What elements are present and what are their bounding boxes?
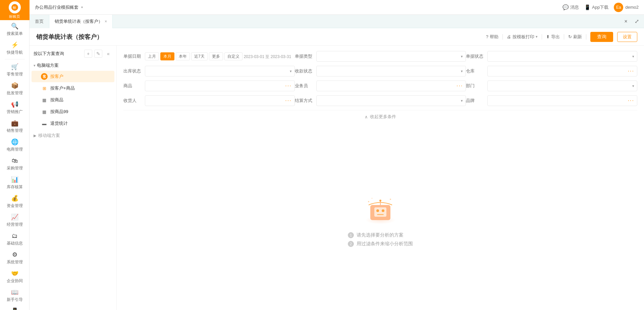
salesperson-label: 业务员 — [295, 83, 314, 89]
empty-illustration — [360, 187, 400, 227]
settlement-select[interactable]: ▾ — [316, 95, 466, 106]
sidebar-item-label: 采购管理 — [7, 165, 23, 171]
finance-icon: 💰 — [11, 195, 18, 202]
receiver-label: 收货人 — [123, 98, 142, 104]
enterprise-icon: 🤝 — [11, 270, 18, 277]
content-area: 销货单统计表（按客户） ? 帮助 🖨 按模板打印 ▾ ⬆ 导出 — [30, 28, 644, 310]
export-button[interactable]: ⬆ 导出 — [546, 34, 560, 40]
department-select[interactable]: ▾ — [487, 81, 637, 91]
app-center-icon: 📱 — [11, 307, 18, 310]
tab-active[interactable]: 销货单统计表（按客户） × — [49, 15, 113, 28]
goods-select[interactable]: ··· — [145, 81, 295, 91]
settings-button[interactable]: 设置 — [617, 32, 637, 42]
message-button[interactable]: 💬 消息 — [562, 4, 579, 10]
warehouse-select[interactable]: ··· — [487, 66, 637, 76]
tab-close-icon[interactable]: × — [105, 19, 107, 24]
scheme-item-label: 按客户 — [50, 73, 63, 80]
scheme-item-by-goods[interactable]: ▦ 按商品 — [32, 94, 114, 106]
order-status-select[interactable]: ▾ — [487, 51, 637, 62]
settlement-label: 结算方式 — [295, 98, 314, 104]
sidebar-item-search[interactable]: 🔍 搜索菜单 — [0, 20, 29, 39]
logo-text: 标账页 — [9, 14, 20, 19]
tip-2-text: 用过滤条件来缩小分析范围 — [357, 241, 413, 247]
sidebar-item-label: 电商管理 — [7, 147, 23, 152]
date-btn-this-month[interactable]: 本月 — [160, 52, 174, 60]
payment-status-select[interactable]: ▾ — [316, 66, 466, 76]
order-type-label: 单据类型 — [295, 53, 314, 59]
tab-home[interactable]: 首页 — [30, 15, 49, 28]
date-btn-custom[interactable]: 自定义 — [224, 52, 243, 60]
receiver-select[interactable]: ··· — [145, 95, 295, 106]
scheme-group-desktop-header[interactable]: ▾ 电脑端方案 — [30, 60, 116, 70]
sidebar-item-marketing[interactable]: 📢 营销推广 — [0, 98, 29, 117]
scheme-item-by-goods-99[interactable]: ▦ 按商品99 — [32, 106, 114, 117]
sidebar-item-wholesale[interactable]: 📦 批发管理 — [0, 80, 29, 98]
store-arrow-icon[interactable]: ▾ — [81, 5, 83, 9]
sidebar-item-sales[interactable]: 💼 销售管理 — [0, 117, 29, 136]
sidebar-item-basic[interactable]: 🗂 基础信息 — [0, 230, 29, 249]
scheme-edit-button[interactable]: ✎ — [94, 50, 102, 58]
department-arrow-icon: ▾ — [632, 84, 634, 88]
refresh-button[interactable]: ↻ 刷新 — [568, 34, 582, 40]
scheme-group-mobile-header[interactable]: ▶ 移动端方案 — [30, 131, 116, 141]
store-name: 办公用品行业模拟账套 — [35, 4, 78, 10]
sidebar-item-inventory[interactable]: 📊 库存核算 — [0, 173, 29, 192]
sidebar-item-guide[interactable]: 📖 新手引导 — [0, 286, 29, 305]
sidebar-item-quick-nav[interactable]: ⚡ 快捷导航 — [0, 39, 29, 58]
help-button[interactable]: ? 帮助 — [486, 34, 498, 40]
sidebar-item-operations[interactable]: 📈 经营管理 — [0, 211, 29, 230]
sidebar-item-app-center[interactable]: 📱 应用中心 — [0, 305, 29, 310]
edit-icon: ✎ — [96, 51, 100, 56]
salesperson-select[interactable]: ··· — [316, 81, 466, 91]
sidebar-item-label: 资金管理 — [7, 203, 23, 209]
date-btn-7days[interactable]: 近7天 — [191, 52, 208, 60]
scheme-add-button[interactable]: + — [84, 50, 92, 58]
quick-nav-icon: ⚡ — [11, 41, 18, 49]
divider3 — [564, 34, 564, 40]
filter-cell-payment-status: 收款状态 ▾ — [295, 66, 466, 76]
user-area[interactable]: Ea demo2 — [614, 3, 639, 12]
sidebar: 畅 标账页 🔍 搜索菜单 ⚡ 快捷导航 🛒 零售管理 📦 批发管理 📢 营销推广… — [0, 0, 30, 310]
sidebar-item-system[interactable]: ⚙ 系统管理 — [0, 249, 29, 267]
customer-icon: 客 — [41, 73, 48, 80]
empty-state: 1 请先选择要分析的方案 2 用过滤条件来缩小分析范围 — [117, 123, 644, 310]
tab-maximize-button[interactable]: ⤢ — [632, 17, 641, 26]
page-actions: ? 帮助 🖨 按模板打印 ▾ ⬆ 导出 ↻ 刷新 — [486, 32, 637, 42]
order-type-select[interactable]: ▾ — [316, 51, 466, 62]
date-btn-last-month[interactable]: 上月 — [145, 52, 159, 60]
sidebar-item-label: 营销推广 — [7, 109, 23, 115]
collapse-bar[interactable]: ∧ 收起更多条件 — [123, 110, 637, 123]
print-arrow-icon: ▾ — [536, 35, 538, 39]
scheme-item-return-stats[interactable]: ▬ 退货统计 — [32, 118, 114, 129]
collapse-icon: « — [107, 51, 110, 56]
sidebar-item-label: 系统管理 — [7, 259, 23, 265]
tab-close-all-button[interactable]: × — [621, 17, 631, 26]
sidebar-item-finance[interactable]: 💰 资金管理 — [0, 192, 29, 211]
scheme-collapse-button[interactable]: « — [104, 50, 112, 58]
print-button[interactable]: 🖨 按模板打印 ▾ — [507, 34, 538, 40]
logo[interactable]: 畅 标账页 — [0, 0, 30, 20]
sidebar-item-ecommerce[interactable]: 🌐 电商管理 — [0, 136, 29, 155]
system-icon: ⚙ — [12, 251, 17, 258]
sidebar-item-label: 搜索菜单 — [7, 31, 23, 37]
app-download-button[interactable]: 📱 App下载 — [584, 4, 608, 10]
department-label: 部门 — [466, 83, 485, 89]
sidebar-item-label: 零售管理 — [7, 71, 23, 77]
sidebar-item-enterprise[interactable]: 🤝 企业协同 — [0, 267, 29, 286]
divider1 — [502, 34, 503, 40]
sidebar-item-purchase[interactable]: 🛍 采购管理 — [0, 155, 29, 173]
scheme-header: 按以下方案查询 + ✎ « — [30, 50, 116, 60]
out-status-select[interactable]: ▾ — [145, 66, 295, 76]
sidebar-item-retail[interactable]: 🛒 零售管理 — [0, 61, 29, 80]
scheme-panel: 按以下方案查询 + ✎ « — [30, 46, 117, 310]
date-btn-more[interactable]: 更多 — [209, 52, 223, 60]
settlement-arrow-icon: ▾ — [461, 99, 463, 103]
scheme-item-by-customer-goods[interactable]: ⊞ 按客户+商品 — [32, 83, 114, 94]
main-area: 办公用品行业模拟账套 ▾ 💬 消息 📱 App下载 Ea demo2 首页 — [30, 0, 644, 310]
scheme-item-by-customer[interactable]: 客 按客户 — [32, 71, 114, 82]
wholesale-icon: 📦 — [11, 82, 18, 89]
empty-tip-2: 2 用过滤条件来缩小分析范围 — [348, 241, 413, 247]
query-button[interactable]: 查询 — [590, 32, 613, 42]
date-btn-this-year[interactable]: 本年 — [176, 52, 190, 60]
brand-select[interactable]: ··· — [487, 95, 637, 106]
